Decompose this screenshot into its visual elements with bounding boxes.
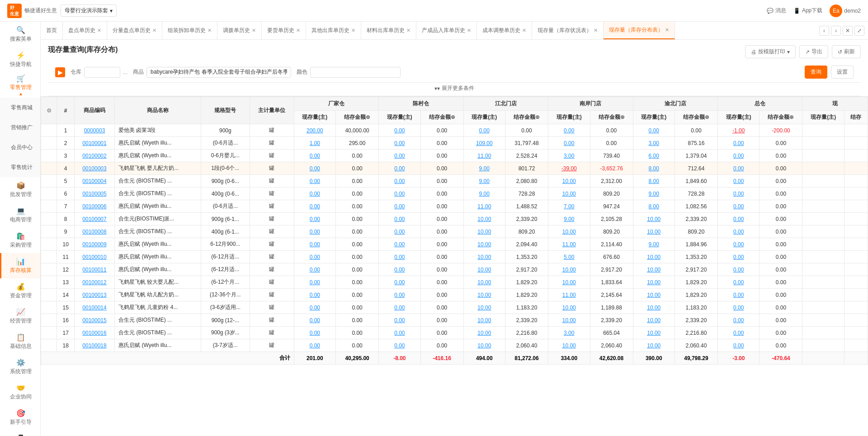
- tab-close-stock-status[interactable]: ✕: [594, 28, 598, 33]
- cell-extra1: [802, 263, 844, 276]
- tab-close-inventory1[interactable]: ✕: [97, 28, 101, 33]
- cell-spec: 1段(0-6个...: [201, 162, 250, 175]
- tab-close-transfer[interactable]: ✕: [252, 28, 256, 33]
- tab-close-material-out[interactable]: ✕: [406, 28, 410, 33]
- cell-extra1: [802, 162, 844, 175]
- export-btn[interactable]: ↗ 导出: [799, 45, 828, 58]
- cell-settings: [41, 162, 57, 175]
- table-row: 2 00100001 惠氏启赋 (Wyeth illu... (0-6月适...…: [41, 137, 868, 150]
- cell-w1-qty: 0.00: [294, 162, 335, 175]
- sidebar-item-wholesale[interactable]: 📦 批发管理: [0, 177, 40, 202]
- tab-inventory1[interactable]: 盘点单历史 ✕: [63, 22, 107, 39]
- app-download-btn[interactable]: 📱 App下载: [793, 7, 822, 14]
- sidebar-item-purchase[interactable]: 🛍️ 采购管理: [0, 228, 40, 253]
- cell-settings: [41, 225, 57, 238]
- cell-w5-qty: 9.00: [633, 238, 675, 251]
- col-unit: 主计量单位: [250, 97, 294, 124]
- tab-prev-btn[interactable]: ‹: [819, 26, 829, 36]
- tab-close-assemble[interactable]: ✕: [208, 28, 212, 33]
- tab-inventory2[interactable]: 分量盘点单历史 ✕: [107, 22, 162, 39]
- tab-material-out[interactable]: 材料出库单历史 ✕: [361, 22, 416, 39]
- sidebar-item-member[interactable]: 会员中心: [0, 137, 40, 157]
- tab-expand-btn[interactable]: ⤢: [854, 26, 864, 36]
- sidebar-item-shortcut[interactable]: ⚡ 快捷导航: [0, 47, 40, 72]
- tab-close-stock-dist[interactable]: ✕: [665, 27, 669, 33]
- filter-toggle-btn[interactable]: ▶: [55, 67, 65, 77]
- cell-w5-qty: 10.00: [633, 339, 675, 352]
- message-btn[interactable]: 💬 消息: [767, 7, 786, 14]
- cell-w2-amt: 0.00: [420, 162, 463, 175]
- sidebar-item-inventory[interactable]: 📊 库存核算: [0, 253, 40, 278]
- tab-close-inventory2[interactable]: ✕: [152, 28, 156, 33]
- tab-assemble[interactable]: 组装拆卸单历史 ✕: [162, 22, 217, 39]
- tab-close-cost-adj[interactable]: ✕: [522, 28, 526, 33]
- refresh-btn[interactable]: ↺ 刷新: [832, 45, 861, 58]
- cell-w1-qty: 1.00: [294, 137, 335, 150]
- sidebar-item-appcenter[interactable]: 📱 应用中心: [0, 430, 40, 436]
- sidebar-item-marketing[interactable]: 营销推广: [0, 117, 40, 137]
- table-row: 11 00100010 惠氏启赋 (Wyeth illu... (6-12月适.…: [41, 251, 868, 263]
- cell-idx: 17: [57, 327, 74, 339]
- tab-transfer[interactable]: 调拨单历史 ✕: [217, 22, 262, 39]
- enterprise-icon: 🤝: [16, 384, 25, 392]
- cell-w5-amt: 875.16: [675, 137, 717, 150]
- tab-close-all-btn[interactable]: ✕: [843, 26, 853, 36]
- col-factory-qty: 现存量(主): [294, 111, 335, 124]
- tab-request[interactable]: 要货单历史 ✕: [262, 22, 306, 39]
- tab-stock-dist[interactable]: 现存量（库存分布表） ✕: [604, 22, 675, 39]
- sidebar-item-ecom[interactable]: 💻 电商管理: [0, 202, 40, 228]
- tab-product-in[interactable]: 产成品入库单历史 ✕: [416, 22, 477, 39]
- settings-btn[interactable]: 设置: [831, 66, 854, 79]
- cell-total-amt: 0.00: [760, 327, 802, 339]
- cell-total-amt: 0.00: [760, 137, 802, 150]
- sidebar: 🔍 搜索英单 ⚡ 快捷导航 🛒 零售管理 ▲ 零售商城 营销推广 会员中心 零售…: [0, 22, 41, 436]
- sidebar-item-search[interactable]: 🔍 搜索英单: [0, 22, 40, 47]
- query-btn[interactable]: 查询: [805, 66, 827, 79]
- cell-settings: [41, 238, 57, 251]
- tab-home[interactable]: 首页: [41, 22, 63, 39]
- cell-name: 惠氏启赋 (Wyeth illu...: [115, 339, 201, 352]
- tab-other-out[interactable]: 其他出库单历史 ✕: [306, 22, 361, 39]
- table-area[interactable]: ⚙ # 商品编码 商品名称 规格型号 主计量单位 厂家仓 陈村仓 江北门店 南岸…: [41, 97, 868, 436]
- sidebar-item-system[interactable]: ⚙️ 系统管理: [0, 354, 40, 380]
- warehouse-input[interactable]: [84, 67, 120, 78]
- cell-name: 爱他美 卤莱3段: [115, 124, 201, 137]
- sidebar-item-retail[interactable]: 🛒 零售管理 ▲: [0, 72, 40, 98]
- cell-w5-amt: 1,183.20: [675, 301, 717, 314]
- tab-stock-status[interactable]: 现存量（库存状况表） ✕: [532, 22, 604, 39]
- product-input[interactable]: [146, 67, 291, 78]
- col-settings[interactable]: ⚙: [41, 97, 57, 124]
- cell-w5-qty: 8.00: [633, 175, 675, 188]
- cell-code: 00100008: [74, 225, 114, 238]
- filter-expand-btn[interactable]: ▾▾ 展开更多条件: [434, 84, 474, 92]
- tab-close-product-in[interactable]: ✕: [467, 28, 471, 33]
- footer-w1-qty: 201.00: [294, 352, 335, 365]
- wholesale-icon: 📦: [16, 181, 25, 190]
- sidebar-item-shop[interactable]: 零售商城: [0, 98, 40, 117]
- user-menu[interactable]: Ea demo2: [830, 5, 861, 17]
- tab-close-request[interactable]: ✕: [296, 28, 300, 33]
- sidebar-item-retail-stat[interactable]: 零售统计: [0, 157, 40, 177]
- col-code: 商品编码: [74, 97, 114, 124]
- sidebar-item-finance[interactable]: 💰 资金管理: [0, 278, 40, 304]
- sidebar-item-basic[interactable]: 📋 基础信息: [0, 329, 40, 354]
- col-jiangbei-qty: 现存量(主): [463, 111, 505, 124]
- table-row: 17 00100016 合生元 (BIOSTIME) ... 900g (3岁.…: [41, 327, 868, 339]
- cell-name: 惠氏启赋 (Wyeth illu...: [115, 137, 201, 150]
- tab-next-btn[interactable]: ›: [831, 26, 841, 36]
- tab-close-other-out[interactable]: ✕: [351, 28, 355, 33]
- cell-w3-qty: 10.00: [463, 276, 505, 289]
- footer-w2-amt: -416.16: [420, 352, 463, 365]
- tab-cost-adj[interactable]: 成本调整单历史 ✕: [477, 22, 532, 39]
- cell-w4-qty: 7.00: [548, 200, 590, 213]
- sidebar-item-operations[interactable]: 📈 经营管理: [0, 304, 40, 329]
- print-btn[interactable]: 🖨 按模版打印 ▾: [745, 45, 796, 58]
- cell-extra1: [802, 225, 844, 238]
- system-selector[interactable]: 母婴行业演示陈套 ▾: [61, 5, 117, 17]
- sidebar-item-enterprise[interactable]: 🤝 企业协同: [0, 380, 40, 405]
- sidebar-item-guide[interactable]: 🎯 新手引导: [0, 405, 40, 430]
- cell-w1-qty: 0.00: [294, 327, 335, 339]
- cell-name: 惠氏启赋 (Wyeth illu...: [115, 200, 201, 213]
- color-input[interactable]: [310, 67, 401, 78]
- cell-unit: 罐: [250, 301, 294, 314]
